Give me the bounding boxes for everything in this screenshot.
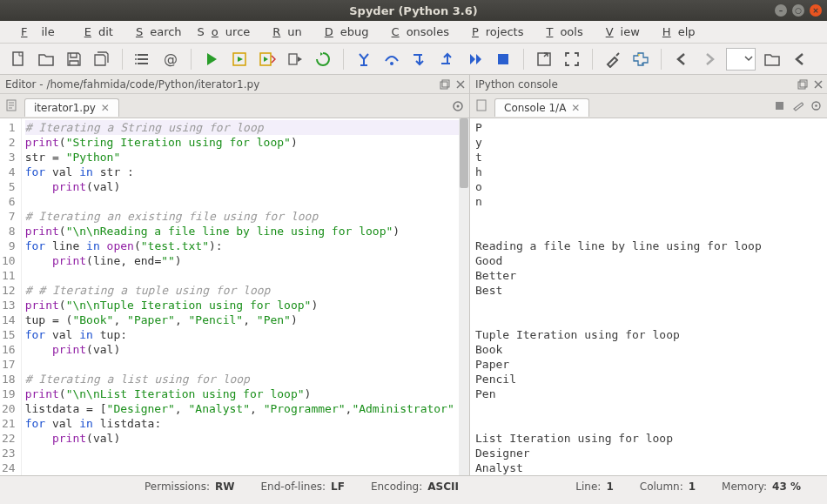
svg-point-2 (135, 58, 137, 60)
console-tab-1a[interactable]: Console 1/A ✕ (494, 98, 589, 117)
window-title: Spyder (Python 3.6) (349, 4, 478, 17)
run-cell-advance-icon[interactable] (256, 48, 279, 71)
window-maximize-button[interactable]: ○ (792, 4, 804, 17)
continue-icon[interactable] (464, 48, 487, 71)
svg-rect-13 (440, 82, 447, 89)
console-tab-close-icon[interactable]: ✕ (571, 102, 580, 114)
svg-point-1 (135, 54, 137, 56)
editor-restore-icon[interactable] (440, 79, 450, 90)
svg-point-3 (135, 63, 137, 64)
step-out-icon[interactable] (436, 48, 459, 71)
svg-rect-20 (477, 100, 486, 111)
svg-rect-21 (776, 102, 783, 110)
code-editor[interactable]: 1234567891011121314151617181920212223242… (0, 118, 469, 475)
svg-rect-18 (798, 82, 805, 89)
menu-search[interactable]: Search (122, 24, 189, 40)
svg-rect-14 (442, 80, 449, 87)
new-file-icon[interactable] (7, 48, 30, 71)
status-eol-value: LF (331, 480, 345, 493)
at-icon[interactable]: @ (159, 48, 182, 71)
status-column-label: Column: (640, 480, 683, 493)
back-icon[interactable] (670, 48, 693, 71)
run-cell-icon[interactable] (228, 48, 251, 71)
status-encoding-label: Encoding: (371, 480, 422, 493)
menu-tools[interactable]: Tools (532, 24, 589, 40)
status-memory-value: 43 % (772, 480, 801, 493)
svg-rect-19 (800, 80, 807, 87)
forward-icon[interactable] (698, 48, 721, 71)
step-into-icon[interactable] (408, 48, 431, 71)
status-encoding-value: ASCII (427, 480, 459, 493)
maximize-pane-icon[interactable] (533, 48, 555, 71)
svg-rect-10 (538, 53, 550, 65)
menu-consoles[interactable]: Consoles (378, 24, 456, 40)
code-area[interactable]: # Iterating a String using for loopprint… (22, 118, 469, 475)
run-icon[interactable] (200, 48, 223, 71)
menu-view[interactable]: View (592, 24, 647, 40)
stop-debug-icon[interactable] (492, 48, 514, 71)
status-line-label: Line: (575, 480, 601, 493)
menu-bar: File Edit Search Source Run Debug Consol… (0, 21, 827, 44)
rerun-icon[interactable] (312, 48, 334, 71)
console-close-icon[interactable] (813, 79, 824, 90)
open-file-icon[interactable] (35, 48, 57, 71)
svg-point-11 (638, 54, 640, 56)
svg-rect-9 (498, 54, 508, 64)
menu-file[interactable]: File (7, 24, 69, 40)
console-restore-icon[interactable] (797, 79, 808, 90)
tab-label: iterator1.py (34, 102, 96, 114)
save-file-icon[interactable] (63, 48, 85, 71)
editor-close-icon[interactable] (455, 79, 466, 90)
run-selection-icon[interactable] (284, 48, 306, 71)
console-nav-icon[interactable] (475, 98, 491, 114)
menu-debug[interactable]: Debug (311, 24, 376, 40)
editor-tab-iterator1[interactable]: iterator1.py ✕ (24, 98, 119, 117)
window-titlebar: Spyder (Python 3.6) – ○ × (0, 0, 827, 21)
status-memory-label: Memory: (722, 480, 767, 493)
cwd-dropdown[interactable] (726, 48, 756, 71)
svg-point-23 (815, 104, 817, 107)
status-permissions-label: Permissions: (145, 480, 210, 493)
window-minimize-button[interactable]: – (775, 4, 787, 17)
menu-edit[interactable]: Edit (71, 24, 120, 40)
editor-options-icon[interactable] (452, 100, 464, 112)
window-close-button[interactable]: × (810, 4, 822, 17)
console-stop-icon[interactable] (774, 100, 785, 111)
file-nav-icon[interactable] (5, 98, 21, 114)
line-gutter: 1234567891011121314151617181920212223242… (0, 118, 22, 475)
status-bar: Permissions: RW End-of-lines: LF Encodin… (0, 475, 827, 496)
svg-point-17 (457, 104, 460, 107)
menu-run[interactable]: Run (259, 24, 309, 40)
svg-rect-7 (289, 54, 297, 64)
editor-scrollbar[interactable] (459, 118, 469, 475)
console-output[interactable]: P y t h o n Reading a file line by line … (470, 118, 827, 475)
console-tab-label: Console 1/A (504, 102, 566, 114)
svg-rect-0 (13, 52, 23, 65)
editor-tabs: iterator1.py ✕ (0, 94, 469, 118)
svg-point-12 (642, 63, 643, 64)
menu-projects[interactable]: Projects (458, 24, 530, 40)
console-tabs: Console 1/A ✕ (470, 94, 827, 118)
save-all-icon[interactable] (91, 48, 113, 71)
parent-dir-icon[interactable] (789, 48, 811, 71)
status-eol-label: End-of-lines: (261, 480, 326, 493)
list-icon[interactable] (131, 48, 154, 71)
main-toolbar: @ (0, 44, 827, 75)
status-line-value: 1 (606, 480, 613, 493)
status-permissions-value: RW (215, 480, 234, 493)
preferences-icon[interactable] (602, 48, 624, 71)
console-panel-title: IPython console (470, 75, 827, 94)
status-column-value: 1 (689, 480, 696, 493)
tab-close-icon[interactable]: ✕ (101, 102, 110, 114)
editor-panel-title: Editor - /home/fahmida/code/Python/itera… (0, 75, 469, 94)
debug-icon[interactable] (353, 48, 375, 71)
browse-cwd-icon[interactable] (761, 48, 783, 71)
console-options-icon[interactable] (810, 100, 822, 111)
menu-help[interactable]: Help (649, 24, 703, 40)
step-over-icon[interactable] (380, 48, 403, 71)
console-clear-icon[interactable] (792, 100, 803, 111)
menu-source[interactable]: Source (191, 24, 258, 40)
svg-point-8 (390, 62, 393, 65)
fullscreen-icon[interactable] (561, 48, 583, 71)
python-path-icon[interactable] (629, 48, 652, 71)
